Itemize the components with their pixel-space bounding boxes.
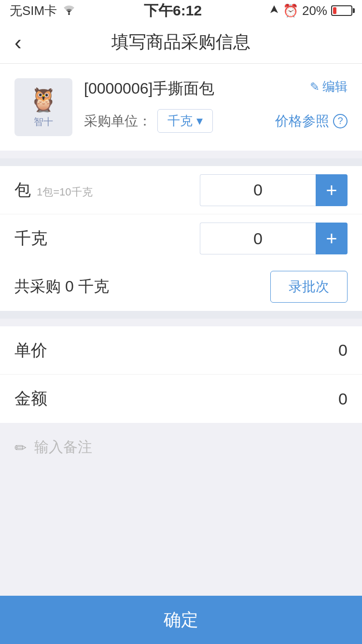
product-image: 🦉 智十 [14,78,72,136]
kg-label: 千克 [14,227,47,250]
bao-sub: 1包=10千克 [37,185,93,199]
notes-placeholder: 输入备注 [34,437,92,457]
kg-control: + [200,223,348,254]
owl-icon: 🦉 [29,86,58,113]
status-left: 无SIM卡 [10,2,76,19]
unit-price-label: 单价 [14,339,47,362]
summary-unit: 千克 [78,278,109,295]
unit-value: 千克 [167,112,193,129]
chevron-down-icon: ▾ [196,113,203,128]
unit-select[interactable]: 千克 ▾ [157,109,213,133]
page-title: 填写商品采购信息 [111,30,251,54]
bao-plus-button[interactable]: + [316,174,348,206]
kg-plus-button[interactable]: + [316,223,348,254]
product-title: 手撕面包 [153,80,214,97]
bao-label: 包 [14,179,31,201]
kg-row: 千克 + [0,214,362,263]
kg-input[interactable] [200,223,316,254]
battery-icon [331,5,352,16]
battery-pct: 20% [302,3,327,18]
product-card: 🦉 智十 [0000006]手撕面包 ✎ 编辑 采购单位： 千克 ▾ 价格参照 [0,64,362,151]
edit-label: 编辑 [322,78,348,95]
unit-label-text: 采购单位： [84,112,152,130]
unit-row: 采购单位： 千克 ▾ 价格参照 ? [84,109,348,133]
product-info: [0000006]手撕面包 ✎ 编辑 采购单位： 千克 ▾ 价格参照 ? [84,78,348,133]
unit-price-row: 单价 0 [0,326,362,375]
edit-icon: ✎ [310,80,320,94]
summary-label: 共采购 [14,278,65,295]
summary-row: 共采购 0 千克 录批次 [0,263,362,311]
price-ref-label: 价格参照 [275,112,329,130]
price-section: 单价 0 金额 0 [0,326,362,423]
svg-marker-1 [270,5,278,13]
status-time: 下午6:12 [144,1,202,21]
help-icon: ? [333,114,348,128]
product-id: [0000006] [84,80,153,97]
divider-2 [0,311,362,319]
back-button[interactable]: ‹ [14,32,22,53]
status-bar: 无SIM卡 下午6:12 ⏰ 20% [0,0,362,21]
product-name: [0000006]手撕面包 [84,78,214,99]
product-name-row: [0000006]手撕面包 ✎ 编辑 [84,78,348,99]
bao-input[interactable] [200,174,316,206]
batch-label: 录批次 [289,278,329,296]
amount-label: 金额 [14,388,47,410]
location-icon [269,3,279,18]
svg-point-0 [68,13,70,15]
notes-section[interactable]: ✏ 输入备注 [0,423,362,597]
confirm-button[interactable]: 确定 [0,596,362,644]
summary-text: 共采购 0 千克 [14,276,109,297]
status-right: ⏰ 20% [269,3,352,18]
bao-row: 包 1包=10千克 + [0,166,362,214]
nav-bar: ‹ 填写商品采购信息 [0,21,362,64]
edit-button[interactable]: ✎ 编辑 [310,78,348,95]
pencil-icon: ✏ [14,439,27,456]
divider-1 [0,158,362,166]
bao-control: + [200,174,348,206]
amount-row: 金额 0 [0,375,362,423]
batch-button[interactable]: 录批次 [270,271,348,303]
amount-value: 0 [338,390,348,408]
bao-label-group: 包 1包=10千克 [14,179,93,201]
summary-amount: 0 [65,278,78,295]
alarm-icon: ⏰ [283,3,298,18]
signal-text: 无SIM卡 [10,2,57,19]
unit-price-value: 0 [338,341,348,360]
kg-label-text: 千克 [14,227,47,250]
input-section: 包 1包=10千克 + 千克 + [0,166,362,263]
unit-label: 采购单位： 千克 ▾ [84,109,213,133]
confirm-label: 确定 [164,608,198,632]
wifi-icon [62,3,76,18]
brand-text: 智十 [34,115,53,128]
price-ref-button[interactable]: 价格参照 ? [275,112,348,130]
